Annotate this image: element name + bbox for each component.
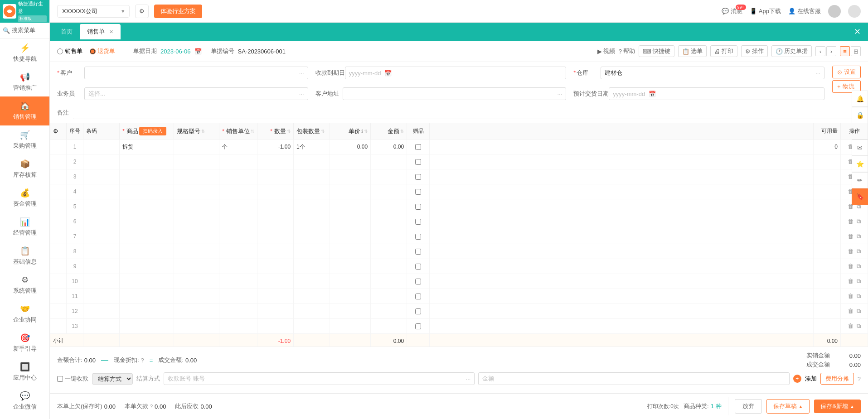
cell-barcode-6[interactable] [83, 229, 120, 244]
cell-amount-1[interactable] [371, 154, 407, 169]
sidebar-item-purchase[interactable]: 🛒 采购管理 [0, 125, 49, 154]
copy-row-btn-8[interactable]: ⧉ [856, 262, 862, 271]
delete-row-btn-11[interactable]: 🗑 [847, 307, 854, 315]
save-new-button[interactable]: 保存&新增 ▲ [814, 400, 861, 413]
cell-gift-11[interactable] [407, 304, 430, 319]
cell-pkgqty-7[interactable] [294, 244, 330, 259]
settings-panel-button[interactable]: ⊙ 设置 [832, 66, 861, 78]
gift-checkbox-12[interactable] [415, 323, 421, 329]
user-avatar[interactable] [828, 5, 841, 18]
expected-delivery-input[interactable]: yyyy-mm-dd 📅 [609, 87, 824, 100]
return-radio[interactable] [90, 48, 96, 54]
operate-button[interactable]: ⚙ 操作 [741, 45, 768, 57]
cell-qty-7[interactable] [257, 244, 294, 259]
gift-checkbox-2[interactable] [415, 174, 421, 180]
cell-qty-1[interactable] [257, 154, 294, 169]
user-avatar-2[interactable] [848, 5, 861, 18]
cell-gift-0[interactable] [407, 140, 430, 154]
help-link[interactable]: ? 帮助 [619, 47, 635, 55]
cell-product-11[interactable] [120, 304, 174, 319]
cell-price-1[interactable] [330, 154, 371, 169]
cell-product-3[interactable] [120, 184, 174, 199]
cell-barcode-8[interactable] [83, 259, 120, 274]
copy-row-btn-10[interactable]: ⧉ [856, 292, 862, 301]
cell-product-8[interactable] [120, 259, 174, 274]
payment-account-input[interactable]: 收款账号 账号 ··· [164, 372, 475, 385]
discount-help-icon[interactable]: ? [141, 357, 144, 364]
cell-product-12[interactable] [120, 319, 174, 334]
return-radio-label[interactable]: 退货单 [90, 47, 115, 55]
cell-product-9[interactable] [120, 274, 174, 289]
cell-gift-6[interactable] [407, 229, 430, 244]
shortcut-button[interactable]: ⌨ 快捷键 [639, 45, 674, 57]
cell-pkgqty-10[interactable] [294, 289, 330, 304]
copy-row-btn-9[interactable]: ⧉ [856, 277, 862, 286]
delete-row-btn-8[interactable]: 🗑 [847, 262, 854, 270]
history-button[interactable]: 🕐 历史单据 [771, 45, 812, 57]
cell-product-1[interactable] [120, 154, 174, 169]
copy-row-btn-11[interactable]: ⧉ [856, 307, 862, 316]
cell-amount-7[interactable] [371, 244, 407, 259]
gift-checkbox-0[interactable] [415, 144, 421, 150]
cell-spec-1[interactable] [174, 154, 219, 169]
cell-product-7[interactable] [120, 244, 174, 259]
cell-barcode-2[interactable] [83, 169, 120, 184]
gift-checkbox-5[interactable] [415, 219, 421, 225]
list-view-button[interactable]: ≡ [840, 46, 850, 56]
copy-row-btn-7[interactable]: ⧉ [856, 247, 862, 256]
gift-checkbox-10[interactable] [415, 294, 421, 299]
cell-price-6[interactable] [330, 229, 371, 244]
cell-qty-9[interactable] [257, 274, 294, 289]
cell-price-8[interactable] [330, 259, 371, 274]
sidebar-item-finance[interactable]: 💰 资金管理 [0, 183, 49, 212]
sidebar-item-apps[interactable]: 🔲 应用中心 [0, 357, 49, 386]
cell-unit-1[interactable] [219, 154, 257, 169]
cell-barcode-10[interactable] [83, 289, 120, 304]
cell-product-4[interactable] [120, 199, 174, 214]
prev-button[interactable]: ‹ [815, 46, 825, 56]
cell-qty-12[interactable] [257, 319, 294, 334]
cell-amount-12[interactable] [371, 319, 407, 334]
cell-amount-4[interactable] [371, 199, 407, 214]
one-click-payment-checkbox[interactable]: 一键收款 [57, 375, 88, 383]
gift-checkbox-7[interactable] [415, 249, 421, 255]
cell-unit-6[interactable] [219, 229, 257, 244]
payment-amount-input[interactable]: 金额 [478, 372, 789, 385]
add-payment-button[interactable]: + [793, 375, 801, 383]
cell-pkgqty-11[interactable] [294, 304, 330, 319]
cell-barcode-3[interactable] [83, 184, 120, 199]
product-kind-link[interactable]: 1 种 [711, 402, 722, 410]
online-service-link[interactable]: 👤 在线客服 [788, 7, 821, 15]
cell-product-0[interactable]: 拆货 [120, 140, 174, 154]
cell-gift-2[interactable] [407, 169, 430, 184]
cell-amount-9[interactable] [371, 274, 407, 289]
cell-barcode-11[interactable] [83, 304, 120, 319]
cell-spec-2[interactable] [174, 169, 219, 184]
price-info-icon[interactable]: ℹ [361, 129, 363, 134]
cell-price-11[interactable] [330, 304, 371, 319]
print-button[interactable]: 🖨 打印 [710, 45, 737, 57]
tab-home[interactable]: 首页 [53, 24, 80, 39]
cell-qty-0[interactable]: -1.00 [257, 140, 294, 154]
cell-spec-0[interactable] [174, 140, 219, 154]
scan-barcode-button[interactable]: 扫码录入 [139, 127, 166, 135]
copy-row-btn-6[interactable]: ⧉ [856, 232, 862, 241]
abandon-button[interactable]: 放弃 [735, 399, 762, 414]
customer-address-input[interactable]: ··· [343, 87, 567, 100]
cell-price-12[interactable] [330, 319, 371, 334]
expense-split-button[interactable]: 费用分摊 [820, 373, 854, 385]
gift-checkbox-3[interactable] [415, 189, 421, 195]
cell-price-0[interactable]: 0.00 [330, 140, 371, 154]
cell-price-4[interactable] [330, 199, 371, 214]
gift-checkbox-8[interactable] [415, 264, 421, 270]
cell-unit-9[interactable] [219, 274, 257, 289]
cell-barcode-0[interactable] [83, 140, 120, 154]
tab-close-icon[interactable]: ✕ [109, 29, 113, 35]
sidebar-item-sales[interactable]: 🏠 销售管理 [0, 96, 49, 125]
cell-qty-5[interactable] [257, 214, 294, 229]
cell-spec-8[interactable] [174, 259, 219, 274]
delete-row-btn-9[interactable]: 🗑 [847, 277, 854, 285]
receive-calendar-icon[interactable]: 📅 [384, 70, 392, 77]
sidebar-item-quick-nav[interactable]: ⚡ 快捷导航 [0, 39, 49, 67]
cell-product-5[interactable] [120, 214, 174, 229]
